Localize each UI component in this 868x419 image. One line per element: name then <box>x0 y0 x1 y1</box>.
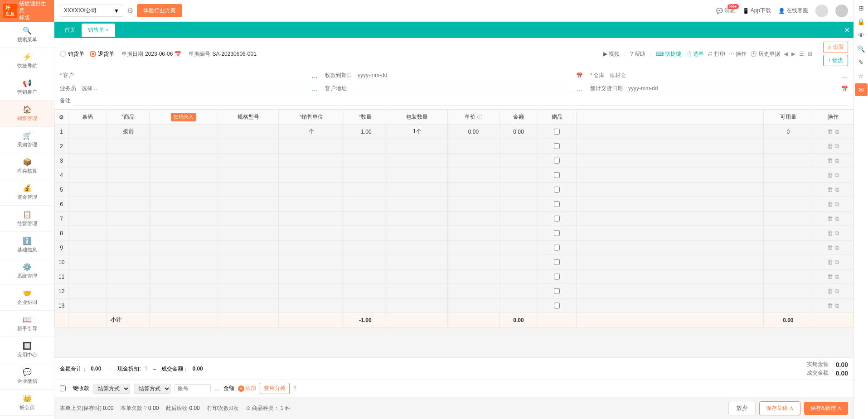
delete-row-icon[interactable]: 🗑 <box>827 302 833 309</box>
sidebar-item-sales[interactable]: 🏠 销售管理 <box>0 101 54 127</box>
toolbar-history[interactable]: 🕐 历史单据 <box>750 50 780 58</box>
one-click-checkbox-input[interactable] <box>60 385 66 391</box>
copy-row-icon[interactable]: ⧉ <box>835 288 839 295</box>
sidebar-item-basic[interactable]: ℹ️ 基础信息 <box>0 232 54 258</box>
setting-button[interactable]: ⊙ 设置 <box>823 42 848 53</box>
copy-row-icon[interactable]: ⧉ <box>835 302 839 309</box>
one-click-payment-checkbox[interactable]: 一键收款 <box>60 385 89 392</box>
sidebar-item-search[interactable]: 🔍 搜索菜单 <box>0 22 54 48</box>
copy-row-icon[interactable]: ⧉ <box>835 230 839 237</box>
expected-date-input[interactable] <box>626 84 839 93</box>
customer-addr-input[interactable] <box>349 84 574 93</box>
tab-home[interactable]: 首页 <box>58 24 82 37</box>
radio-return-order[interactable]: 退货单 <box>90 50 114 58</box>
copy-row-icon[interactable]: ⧉ <box>835 128 839 135</box>
copy-row-icon[interactable]: ⧉ <box>835 186 839 193</box>
app-download-button[interactable]: 📱 App下载 <box>742 7 771 14</box>
customer-dots-icon[interactable]: … <box>311 72 318 79</box>
sidebar-item-guide[interactable]: 📖 新手引导 <box>0 311 54 337</box>
gift-checkbox[interactable] <box>554 172 560 178</box>
cell-product[interactable]: 拨贡 <box>107 125 150 139</box>
payment-help-icon[interactable]: ? <box>293 385 296 392</box>
col-gear[interactable]: ⚙ <box>55 110 68 125</box>
right-tool-active[interactable]: ✉ <box>855 83 868 96</box>
cell-amount[interactable]: 0.00 <box>499 125 538 139</box>
gift-checkbox[interactable] <box>554 230 560 236</box>
sidebar-item-wechat[interactable]: 💬 企业微信 <box>0 363 54 390</box>
copy-row-icon[interactable]: ⧉ <box>835 244 839 251</box>
right-tool-eye[interactable]: 👁 <box>855 29 868 42</box>
sidebar-item-quicknav[interactable]: ⚡ 快捷导航 <box>0 48 54 74</box>
gift-checkbox[interactable] <box>554 129 560 135</box>
delete-row-icon[interactable]: 🗑 <box>827 230 833 237</box>
right-tool-edit[interactable]: ✎ <box>855 56 868 69</box>
expected-date-calendar-icon[interactable]: 📅 <box>841 86 848 92</box>
nav-next-icon[interactable]: ▶ <box>791 51 795 57</box>
online-service-button[interactable]: 👤 在线客服 <box>778 7 808 14</box>
sidebar-item-purchase[interactable]: 🛒 采购管理 <box>0 127 54 153</box>
toolbar-video[interactable]: ▶ 视频 <box>603 50 620 58</box>
copy-row-icon[interactable]: ⧉ <box>835 259 839 266</box>
save-draft-button[interactable]: 保存草稿 ∧ <box>759 401 800 415</box>
cell-price[interactable]: 0.00 <box>447 125 499 139</box>
payment-date-calendar-icon[interactable]: 📅 <box>576 72 583 79</box>
sidebar-item-member[interactable]: 👑 畅会员 <box>0 390 54 416</box>
nav-prev-icon[interactable]: ◀ <box>784 51 788 57</box>
save-new-button[interactable]: 保存&新增 ∧ <box>804 402 848 415</box>
gift-checkbox[interactable] <box>554 187 560 193</box>
toolbar-shortcut[interactable]: ⌨ 快捷键 <box>656 50 681 58</box>
company-selector[interactable]: XXXXXX公司 ▼ <box>60 5 123 17</box>
avatar-2[interactable] <box>835 5 848 17</box>
gift-checkbox[interactable] <box>554 303 560 308</box>
avatar[interactable] <box>815 5 828 17</box>
remark-input[interactable] <box>73 96 848 106</box>
sidebar-item-finance[interactable]: 💰 资金管理 <box>0 179 54 206</box>
gift-checkbox[interactable] <box>554 216 560 222</box>
close-all-tabs-icon[interactable]: ✕ <box>844 26 850 34</box>
discount-help-icon[interactable]: ? <box>145 366 148 372</box>
warehouse-dots-icon[interactable]: … <box>842 72 848 79</box>
delete-row-icon[interactable]: 🗑 <box>827 157 833 164</box>
right-tool-star[interactable]: ☆ <box>855 70 868 82</box>
sidebar-item-apps[interactable]: 🔲 应用中心 <box>0 337 54 363</box>
delete-row-icon[interactable]: 🗑 <box>827 143 833 150</box>
delete-row-icon[interactable]: 🗑 <box>827 273 833 280</box>
message-button[interactable]: 💬 消息 99+ <box>716 7 735 14</box>
gift-checkbox[interactable] <box>554 288 560 294</box>
copy-row-icon[interactable]: ⧉ <box>835 273 839 280</box>
payment-date-input[interactable] <box>355 71 573 80</box>
cell-qty[interactable]: -1.00 <box>344 125 387 139</box>
list-view-icon[interactable]: ☰ <box>799 51 804 57</box>
delete-row-icon[interactable]: 🗑 <box>827 244 833 251</box>
gift-checkbox[interactable] <box>554 143 560 149</box>
toolbar-print[interactable]: 🖨 打印 <box>708 50 725 58</box>
delete-row-icon[interactable]: 🗑 <box>827 215 833 222</box>
gift-checkbox[interactable] <box>554 274 560 279</box>
cell-unit[interactable]: 个 <box>279 125 344 139</box>
cell-gift[interactable] <box>538 125 576 139</box>
account-dots-icon[interactable]: … <box>214 385 220 392</box>
tab-close-icon[interactable]: × <box>106 28 109 33</box>
customer-input[interactable] <box>77 71 309 80</box>
settings-gear-icon[interactable]: ⚙ <box>127 6 133 15</box>
abandon-button[interactable]: 放弃 <box>728 401 756 415</box>
salesperson-dots-icon[interactable]: … <box>311 85 318 92</box>
cell-barcode[interactable] <box>68 125 107 139</box>
expense-split-button[interactable]: 费用分摊 <box>260 383 290 394</box>
toolbar-help[interactable]: ? 帮助 <box>630 50 645 58</box>
copy-row-icon[interactable]: ⧉ <box>835 143 839 150</box>
delete-row-icon[interactable]: 🗑 <box>827 288 833 295</box>
delete-row-icon[interactable]: 🗑 <box>827 259 833 266</box>
gift-checkbox[interactable] <box>554 201 560 207</box>
right-tool-lock[interactable]: 🔒 <box>855 15 868 28</box>
account-input[interactable] <box>175 384 211 393</box>
delete-row-icon[interactable]: 🗑 <box>827 172 833 179</box>
calendar-icon[interactable]: 📅 <box>175 51 181 57</box>
sidebar-item-system[interactable]: ⚙️ 系统管理 <box>0 258 54 284</box>
cumulative-owe-help[interactable]: ? <box>144 405 147 411</box>
add-payment-button[interactable]: + 添加 <box>238 385 256 392</box>
copy-row-icon[interactable]: ⧉ <box>835 215 839 222</box>
payment-method-select[interactable]: 结算方式 <box>93 384 130 394</box>
right-tool-expand[interactable]: ⊞ <box>855 2 868 14</box>
grid-view-icon[interactable]: ⊞ <box>808 51 812 57</box>
